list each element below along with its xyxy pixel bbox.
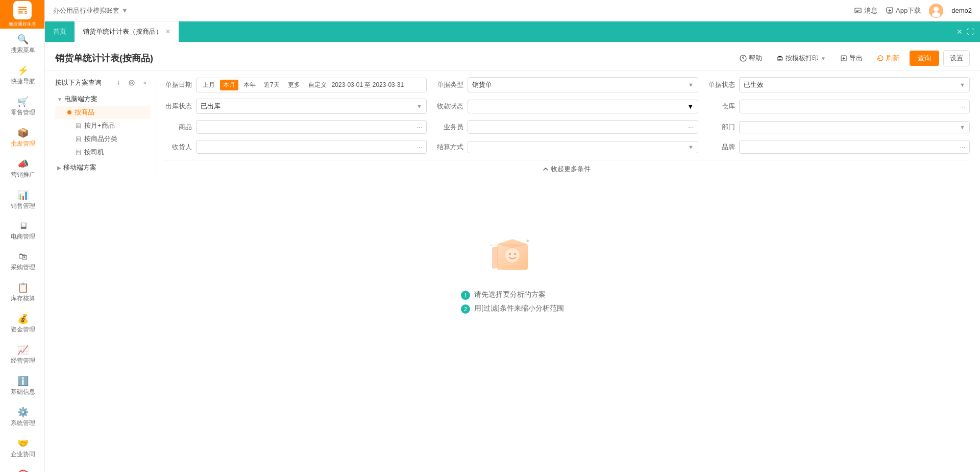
doc-status-select[interactable]: 已生效 ▼ <box>739 77 970 92</box>
receipt-status-label: 收款状态 <box>435 102 463 111</box>
sidebar-item-finance[interactable]: 💰 资金管理 <box>0 308 44 339</box>
user-avatar[interactable] <box>929 4 943 18</box>
sidebar-item-cooperation[interactable]: 🤝 企业协同 <box>0 433 44 464</box>
brand-dots[interactable]: ··· <box>960 143 965 151</box>
consignee-dots[interactable]: ··· <box>416 143 422 151</box>
warehouse-control[interactable]: ··· <box>739 100 970 113</box>
tabbar: 首页 销货单统计计表（按商品） ✕ ✕ ⛶ <box>45 21 980 42</box>
sidebar-item-purchase[interactable]: 🛍 采购管理 <box>0 246 44 277</box>
scheme-group-mobile-title[interactable]: ▶ 移动端方案 <box>55 161 151 174</box>
scheme-group-expand-icon: ▼ <box>57 97 62 102</box>
query-button[interactable]: 查询 <box>910 51 939 66</box>
cooperation-icon: 🤝 <box>17 438 29 449</box>
print-label: 按模板打印 <box>786 54 819 63</box>
sidebar-item-operation[interactable]: 📈 经营管理 <box>0 339 44 370</box>
page-header-actions: 帮助 按模板打印 ▼ 导出 刷新 查询 设置 <box>736 50 970 66</box>
sidebar-item-quick-nav[interactable]: ⚡ 快捷导航 <box>0 60 44 91</box>
date-pill-last-7[interactable]: 近7天 <box>261 80 283 90</box>
dropdown-icon[interactable]: ▼ <box>121 7 128 14</box>
warehouse-dots[interactable]: ··· <box>960 103 965 110</box>
sidebar-item-sales[interactable]: 📊 销售管理 <box>0 184 44 216</box>
tip-num-1: 1 <box>461 291 470 300</box>
app-download-button[interactable]: App下载 <box>886 6 921 15</box>
svg-rect-9 <box>778 59 781 60</box>
scheme-group-pc-title[interactable]: ▼ 电脑端方案 <box>55 92 151 106</box>
sidebar-item-label: 电商管理 <box>11 232 35 241</box>
scheme-collapse-icon[interactable]: « <box>139 77 151 88</box>
product-control[interactable]: ··· <box>196 120 427 134</box>
scheme-group-pc: ▼ 电脑端方案 按商品 回 按月+商品 回 按 <box>55 92 151 159</box>
date-pill-custom[interactable]: 自定义 <box>305 80 330 90</box>
app-logo[interactable]: 畅捷通好生意 <box>0 0 44 29</box>
tab-home-label: 首页 <box>53 27 66 36</box>
empty-tips: 1 请先选择要分析的方案 2 用[过滤]条件来缩小分析范围 <box>461 290 564 314</box>
payment-method-select[interactable]: ▼ <box>468 141 698 153</box>
consignee-label: 收货人 <box>163 143 192 152</box>
app-download-label: App下载 <box>896 6 921 15</box>
tab-close-icon[interactable]: ✕ <box>165 28 170 35</box>
date-pill-more[interactable]: 更多 <box>285 80 303 90</box>
scheme-edit-icon[interactable] <box>126 77 137 88</box>
out-status-value: 已出库 <box>201 102 414 111</box>
empty-tip-1: 1 请先选择要分析的方案 <box>461 290 564 300</box>
product-dots[interactable]: ··· <box>416 123 422 131</box>
sidebar-item-label: 批发管理 <box>11 139 35 148</box>
brand-control[interactable]: ··· <box>739 140 970 154</box>
sidebar-item-search[interactable]: 🔍 搜索菜单 <box>0 29 44 60</box>
salesperson-dots[interactable]: ··· <box>688 123 694 131</box>
sidebar-item-system[interactable]: ⚙️ 系统管理 <box>0 402 44 433</box>
query-actions: 查询 设置 <box>910 50 970 66</box>
scheme-child-by-product[interactable]: 按商品 <box>55 106 151 119</box>
filter-salesperson: 业务员 ··· <box>435 120 698 134</box>
receipt-status-control[interactable]: ▼ <box>468 100 698 113</box>
topbar-actions: 消息 App下载 demo2 <box>854 4 972 18</box>
date-pill-this-year[interactable]: 本年 <box>240 80 259 90</box>
tab-fullscreen-icon[interactable]: ⛶ <box>967 28 974 36</box>
scheme-tree: ▼ 电脑端方案 按商品 回 按月+商品 回 按 <box>55 92 151 174</box>
guide-icon: 🎯 <box>17 469 29 472</box>
svg-point-16 <box>509 253 511 255</box>
scheme-panel-title: 按以下方案查询 <box>55 78 110 87</box>
department-select[interactable]: ▼ <box>739 121 970 133</box>
export-button[interactable]: 导出 <box>836 52 867 65</box>
basic-info-icon: ℹ️ <box>17 375 29 387</box>
message-button[interactable]: 消息 <box>854 6 877 15</box>
page-header: 销货单统计计表(按商品) 帮助 按模板打印 ▼ 导出 刷新 <box>45 42 980 71</box>
sidebar-item-label: 快捷导航 <box>11 77 35 86</box>
consignee-control[interactable]: ··· <box>196 140 427 154</box>
print-dropdown-icon[interactable]: ▼ <box>821 56 826 61</box>
sidebar-item-marketing[interactable]: 📣 营销推广 <box>0 153 44 184</box>
ecommerce-icon: 🖥 <box>18 221 28 231</box>
tab-home[interactable]: 首页 <box>45 21 75 42</box>
sidebar-item-ecommerce[interactable]: 🖥 电商管理 <box>0 216 44 246</box>
collapse-row: 收起更多条件 <box>163 160 970 178</box>
refresh-button[interactable]: 刷新 <box>873 52 903 65</box>
date-pill-last-month[interactable]: 上月 <box>200 80 218 90</box>
scheme-child-by-category[interactable]: 回 按商品分类 <box>55 132 151 146</box>
scheme-add-icon[interactable]: + <box>113 77 124 88</box>
sidebar-item-guide[interactable]: 🎯 新手引导 <box>0 464 44 472</box>
help-button[interactable]: 帮助 <box>736 52 766 65</box>
print-button[interactable]: 按模板打印 ▼ <box>772 52 830 65</box>
out-status-select[interactable]: 已出库 ▼ <box>196 99 427 114</box>
sidebar-item-wholesale[interactable]: 📦 批发管理 <box>0 122 44 153</box>
scheme-child-by-driver[interactable]: 回 按司机 <box>55 146 151 159</box>
sidebar-item-basic-info[interactable]: ℹ️ 基础信息 <box>0 370 44 402</box>
doc-type-label: 单据类型 <box>435 80 463 89</box>
scheme-child-by-month-product[interactable]: 回 按月+商品 <box>55 119 151 132</box>
tab-minimize-icon[interactable]: ✕ <box>957 28 963 36</box>
user-name[interactable]: demo2 <box>951 7 972 14</box>
sidebar-item-retail[interactable]: 🛒 零售管理 <box>0 91 44 122</box>
tab-sales-stats[interactable]: 销货单统计计表（按商品） ✕ <box>75 21 179 42</box>
doc-type-select[interactable]: 销货单 ▼ <box>468 77 698 92</box>
svg-point-11 <box>129 80 134 85</box>
date-pill-this-month[interactable]: 本月 <box>220 80 238 90</box>
setting-button[interactable]: 设置 <box>943 50 970 66</box>
purchase-icon: 🛍 <box>18 251 28 262</box>
salesperson-control[interactable]: ··· <box>468 120 698 134</box>
scheme-group-collapse-icon: ▶ <box>57 165 61 171</box>
collapse-button[interactable]: 收起更多条件 <box>543 164 591 174</box>
sidebar-item-inventory[interactable]: 📋 库存核算 <box>0 277 44 308</box>
product-label: 商品 <box>163 123 192 132</box>
tip-text-2: 用[过滤]条件来缩小分析范围 <box>474 304 564 313</box>
